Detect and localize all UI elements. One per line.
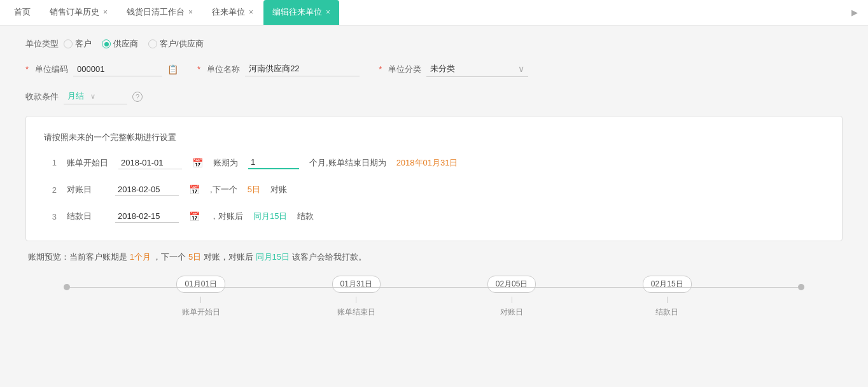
main-content: 单位类型 客户 供应商 客户/供应商 * 单位编码 [0,25,868,387]
unit-category-required: * [379,64,382,74]
unit-name-required: * [197,64,200,74]
timeline-label-4: 结款日 [655,307,678,318]
tab-home[interactable]: 首页 [5,0,39,25]
period-date-3[interactable] [115,210,179,223]
period-suffix-1: 账期为 [213,157,238,169]
period-calendar-1[interactable]: 📅 [192,158,203,168]
timeline-start-dot [64,284,70,290]
period-date-1[interactable] [118,157,182,169]
period-months-unit: 个月,账单结束日期为 [309,157,386,169]
timeline-left-dot [64,284,70,290]
period-row-3: 3 结款日 📅 ，对账后 同月15日 结款 [44,210,824,223]
preview-section: 账期预览：当前客户账期是 1个月 ，下一个 5日 对账，对账后 同月15日 该客… [25,251,843,263]
unit-type-row: 单位类型 客户 供应商 客户/供应商 [25,38,843,50]
tab-partner-close[interactable]: × [249,8,253,17]
tab-edit-partner[interactable]: 编辑往来单位 × [263,0,339,25]
timeline-date-1: 01月01日 [176,276,225,293]
preview-connector1: ，下一个 [153,252,186,262]
preview-suffix: 该客户会给我打款。 [292,252,367,262]
timeline-date-2: 01月31日 [332,276,381,293]
payment-terms-value: 月结 [67,90,84,102]
unit-type-radio-group: 客户 供应商 客户/供应商 [64,38,204,50]
tab-cashier-close[interactable]: × [188,8,193,17]
period-label-2: 对账日 [67,184,105,195]
unit-code-field: * 单位编码 📋 [25,62,178,76]
preview-part2: 5日 [188,252,201,262]
period-row3-highlight: 同月15日 [253,211,287,222]
radio-both[interactable]: 客户/供应商 [148,38,204,50]
timeline-right-dot [798,284,804,290]
period-num-3: 3 [44,212,57,222]
unit-code-label: 单位编码 [35,64,68,75]
timeline-wrapper: 01月01日 账单开始日 01月31日 账单结束日 02月05日 对账日 02月… [25,276,843,337]
period-date-2[interactable] [115,183,179,196]
radio-both-label: 客户/供应商 [160,38,204,50]
unit-code-input[interactable] [73,62,162,76]
tab-partner-label: 往来单位 [212,6,245,18]
timeline-connector-2 [356,297,356,303]
timeline-end-dot [798,284,804,290]
period-suffix2-pre: ,下一个 [210,184,237,195]
unit-category-field: * 单位分类 未分类 ∨ [379,61,528,77]
unit-category-value: 未分类 [430,63,455,74]
preview-prefix: 账期预览：当前客户账期是 [28,252,127,262]
period-calendar-3[interactable]: 📅 [189,211,200,222]
radio-supplier-label: 供应商 [113,38,138,50]
payment-terms-row: 收款条件 月结 ∨ ? [25,88,843,104]
unit-category-select[interactable]: 未分类 ∨ [426,61,528,77]
timeline-item-1: 01月01日 账单开始日 [176,276,225,318]
timeline-line [70,287,798,288]
timeline-item-4: 02月15日 结款日 [643,276,692,318]
payment-terms-label: 收款条件 [25,91,59,102]
timeline-label-3: 对账日 [500,307,523,318]
preview-connector2: 对账，对账后 [204,252,253,262]
tab-overflow-arrow[interactable]: ▶ [846,0,863,25]
period-calendar-2[interactable]: 📅 [189,185,200,195]
unit-code-icon[interactable]: 📋 [167,64,178,74]
timeline-label-1: 账单开始日 [182,307,220,318]
radio-customer-circle [64,39,73,48]
timeline-connector-4 [667,297,668,303]
timeline-date-4: 02月15日 [643,276,692,293]
payment-terms-field: 收款条件 月结 ∨ ? [25,88,143,104]
period-settings-box: 请按照未来的一个完整帐期进行设置 1 账单开始日 📅 账期为 个月,账单结束日期… [25,116,843,241]
period-label-3: 结款日 [67,211,105,222]
period-num-2: 2 [44,185,57,195]
period-row2-highlight: 5日 [248,184,260,195]
unit-info-row: * 单位编码 📋 * 单位名称 * 单位分类 未分类 ∨ [25,61,843,77]
tab-bar: 首页 销售订单历史 × 钱货日清工作台 × 往来单位 × 编辑往来单位 × ▶ [0,0,868,25]
unit-name-field: * 单位名称 [197,62,360,76]
period-row-2: 2 对账日 📅 ,下一个 5日 对账 [44,183,824,196]
radio-customer-label: 客户 [75,38,92,50]
tab-edit-partner-close[interactable]: × [326,8,330,17]
period-months-input[interactable] [248,156,299,169]
period-title: 请按照未来的一个完整帐期进行设置 [44,132,824,143]
period-label-1: 账单开始日 [67,157,108,169]
timeline-item-2: 01月31日 账单结束日 [332,276,381,318]
tab-sales-history-close[interactable]: × [103,8,108,17]
period-suffix3-post: 结款 [297,211,314,222]
tab-partner[interactable]: 往来单位 × [203,0,262,25]
timeline-items: 01月01日 账单开始日 01月31日 账单结束日 02月05日 对账日 02月… [64,276,804,318]
tab-cashier[interactable]: 钱货日清工作台 × [118,0,202,25]
unit-name-input[interactable] [245,62,360,76]
unit-type-label: 单位类型 [25,38,59,50]
help-icon[interactable]: ? [132,92,143,102]
radio-supplier[interactable]: 供应商 [102,38,138,50]
timeline-item-3: 02月05日 对账日 [487,276,536,318]
period-num-1: 1 [44,158,57,167]
period-row-1: 1 账单开始日 📅 账期为 个月,账单结束日期为 2018年01月31日 [44,156,824,169]
payment-terms-chevron: ∨ [90,92,95,101]
unit-category-label: 单位分类 [388,64,421,75]
tab-home-label: 首页 [14,6,31,18]
timeline-connector-1 [200,297,201,303]
payment-terms-select[interactable]: 月结 ∨ [64,88,127,104]
tab-sales-history[interactable]: 销售订单历史 × [41,0,116,25]
unit-type-field: 单位类型 客户 供应商 客户/供应商 [25,38,204,50]
radio-customer[interactable]: 客户 [64,38,92,50]
unit-code-required: * [25,64,29,74]
timeline-label-2: 账单结束日 [337,307,375,318]
tab-edit-partner-label: 编辑往来单位 [272,6,322,18]
period-suffix2-post: 对账 [270,184,287,195]
preview-part3: 同月15日 [256,252,290,262]
